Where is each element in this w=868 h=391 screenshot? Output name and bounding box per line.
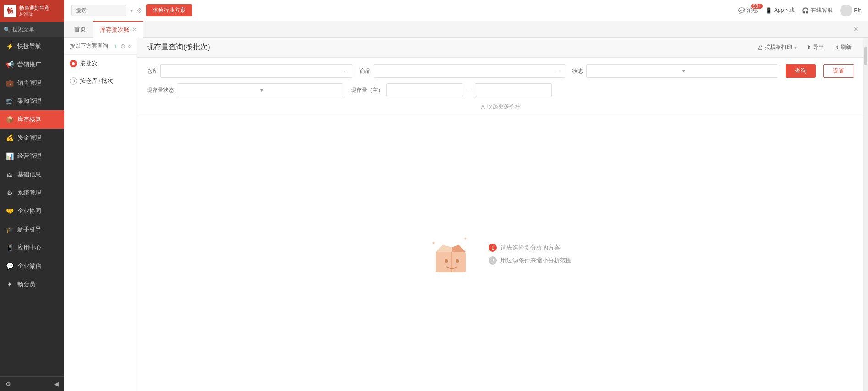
stock-qty-max-input[interactable]: [479, 87, 548, 93]
finance-icon: 💰: [5, 134, 14, 142]
message-icon: 💬: [738, 7, 745, 14]
sidebar-collapse-btn[interactable]: ◀: [54, 380, 59, 387]
sidebar-item-label: 企业协同: [17, 207, 41, 215]
stock-qty-min-wrap[interactable]: [386, 83, 463, 97]
svg-rect-2: [436, 252, 466, 272]
right-scrollbar[interactable]: [863, 38, 868, 391]
sidebar-search[interactable]: 🔍 搜索菜单: [0, 22, 64, 37]
product-label: 商品: [360, 67, 371, 75]
stock-status-select[interactable]: ▾: [177, 83, 343, 97]
topbar-dropdown-icon[interactable]: ▾: [130, 7, 133, 14]
filter-header-icons: + ⊙ «: [114, 43, 132, 49]
filter-collapse-icon[interactable]: «: [128, 43, 132, 49]
user-menu[interactable]: Rit: [840, 5, 861, 16]
collapse-more-btn[interactable]: ⋀ 收起更多条件: [147, 103, 854, 110]
warehouse-input[interactable]: [165, 68, 344, 74]
sidebar: 畅 畅康通好生意 标准版 🔍 搜索菜单 ⚡ 快捷导航 📢 营销推广 💼 销售管理…: [0, 0, 64, 391]
print-dropdown-icon[interactable]: ▾: [794, 45, 797, 50]
app-download-btn[interactable]: 📱 App下载: [765, 6, 795, 14]
tabbar: 首页 库存批次账 ✕ ✕: [64, 21, 868, 38]
sidebar-item-wechat[interactable]: 💬 企业微信: [0, 257, 64, 275]
empty-tip-2: 2 用过滤条件来缩小分析范围: [489, 256, 572, 265]
empty-tip-1: 1 请先选择要分析的方案: [489, 244, 572, 252]
stock-status-arrow-icon: ▾: [260, 87, 340, 93]
search-form: 仓库 ··· 商品 ··· 状态: [137, 58, 863, 117]
refresh-icon: ↺: [834, 44, 839, 51]
warehouse-field: 仓库 ···: [147, 64, 352, 78]
online-service-btn[interactable]: 🎧 在线客服: [802, 6, 833, 14]
filter-settings-icon[interactable]: ⊙: [121, 43, 126, 49]
topbar-right: 💬 消息 99+ 📱 App下载 🎧 在线客服 Rit: [738, 5, 861, 16]
status-label: 状态: [572, 67, 583, 75]
stock-qty-max-wrap[interactable]: [475, 83, 552, 97]
message-btn[interactable]: 💬 消息 99+: [738, 6, 758, 14]
filter-warehouse-batch-dot: [70, 77, 77, 85]
sidebar-item-app-center[interactable]: 📱 应用中心: [0, 239, 64, 257]
tab-home-label: 首页: [74, 25, 86, 33]
sidebar-item-new-guide[interactable]: 🎓 新手引导: [0, 220, 64, 239]
quick-nav-icon: ⚡: [5, 42, 14, 50]
topbar-search-input[interactable]: [71, 5, 126, 16]
svg-point-4: [445, 259, 448, 263]
filter-item-batch[interactable]: 按批次: [64, 55, 137, 72]
settings-icon: ⚙: [5, 380, 11, 387]
filter-batch-label: 按批次: [80, 60, 98, 68]
collapse-up-icon: ⋀: [481, 103, 485, 110]
product-input[interactable]: [378, 68, 557, 74]
industry-btn[interactable]: 体验行业方案: [146, 4, 192, 16]
query-button[interactable]: 查询: [786, 64, 816, 78]
svg-text:✦: ✦: [463, 236, 467, 241]
tab-close-icon[interactable]: ✕: [132, 27, 137, 33]
stock-status-label: 现存量状态: [147, 87, 174, 94]
sidebar-item-basic-info[interactable]: 🗂 基础信息: [0, 165, 64, 184]
topbar-gear-icon[interactable]: ⚙: [137, 7, 143, 14]
tab-close-main[interactable]: ✕: [848, 22, 864, 37]
settings-button[interactable]: 设置: [823, 64, 854, 78]
svg-text:✦: ✦: [431, 240, 436, 246]
sidebar-item-purchase[interactable]: 🛒 采购管理: [0, 92, 64, 110]
sidebar-item-member[interactable]: ✦ 畅会员: [0, 275, 64, 293]
product-more-icon[interactable]: ···: [556, 68, 561, 74]
filter-add-icon[interactable]: +: [114, 43, 118, 49]
sidebar-item-quick-nav[interactable]: ⚡ 快捷导航: [0, 37, 64, 55]
sidebar-item-enterprise[interactable]: 🤝 企业协同: [0, 202, 64, 220]
refresh-btn[interactable]: ↺ 刷新: [831, 42, 854, 53]
tab-inventory-batch[interactable]: 库存批次账 ✕: [93, 21, 143, 38]
stock-qty-dash: —: [463, 87, 475, 94]
purchase-icon: 🛒: [5, 97, 14, 105]
product-input-wrap[interactable]: ···: [374, 64, 566, 78]
export-btn[interactable]: ⬆ 导出: [804, 42, 827, 53]
warehouse-input-wrap[interactable]: ···: [160, 64, 352, 78]
content-area: 按以下方案查询 + ⊙ « 按批次 按仓库+批次: [64, 38, 868, 391]
wechat-icon: 💬: [5, 262, 14, 270]
empty-state: ✦ ✦ 1 请先选择要分析的方案 2 用过滤条件来缩小分析范围: [137, 117, 863, 391]
filter-header: 按以下方案查询 + ⊙ «: [64, 38, 137, 55]
warehouse-more-icon[interactable]: ···: [344, 68, 348, 74]
stock-qty-min-input[interactable]: [390, 87, 459, 93]
sidebar-nav: ⚡ 快捷导航 📢 营销推广 💼 销售管理 🛒 采购管理 📦 库存核算 💰 资金管…: [0, 37, 64, 376]
print-template-btn[interactable]: 🖨 按模板打印 ▾: [755, 42, 799, 53]
sidebar-item-finance[interactable]: 💰 资金管理: [0, 129, 64, 147]
sidebar-item-system[interactable]: ⚙ 系统管理: [0, 184, 64, 202]
sidebar-settings-btn[interactable]: ⚙: [5, 380, 11, 387]
enterprise-icon: 🤝: [5, 207, 14, 215]
sidebar-item-label: 应用中心: [17, 244, 41, 252]
status-select[interactable]: ▾: [586, 64, 778, 78]
sidebar-item-sales[interactable]: 💼 销售管理: [0, 74, 64, 92]
search-row-1: 仓库 ··· 商品 ··· 状态: [147, 64, 854, 78]
new-guide-icon: 🎓: [5, 225, 14, 234]
sidebar-search-label: 搜索菜单: [12, 26, 34, 33]
svg-point-0: [72, 62, 75, 65]
sidebar-item-marketing[interactable]: 📢 营销推广: [0, 55, 64, 74]
export-icon: ⬆: [807, 44, 811, 51]
sidebar-item-label: 企业微信: [17, 262, 41, 270]
sidebar-item-label: 库存核算: [17, 115, 41, 124]
system-icon: ⚙: [5, 189, 14, 197]
sidebar-item-operations[interactable]: 📊 经营管理: [0, 147, 64, 165]
tab-home[interactable]: 首页: [68, 21, 93, 38]
filter-item-warehouse-batch[interactable]: 按仓库+批次: [64, 72, 137, 90]
sidebar-brand: 畅康通好生意 标准版: [19, 5, 49, 17]
main-area: ▾ ⚙ 体验行业方案 💬 消息 99+ 📱 App下载 🎧 在线客服 Rit: [64, 0, 868, 391]
sidebar-item-inventory[interactable]: 📦 库存核算: [0, 110, 64, 129]
sidebar-brand-name: 畅康通好生意: [19, 5, 49, 11]
